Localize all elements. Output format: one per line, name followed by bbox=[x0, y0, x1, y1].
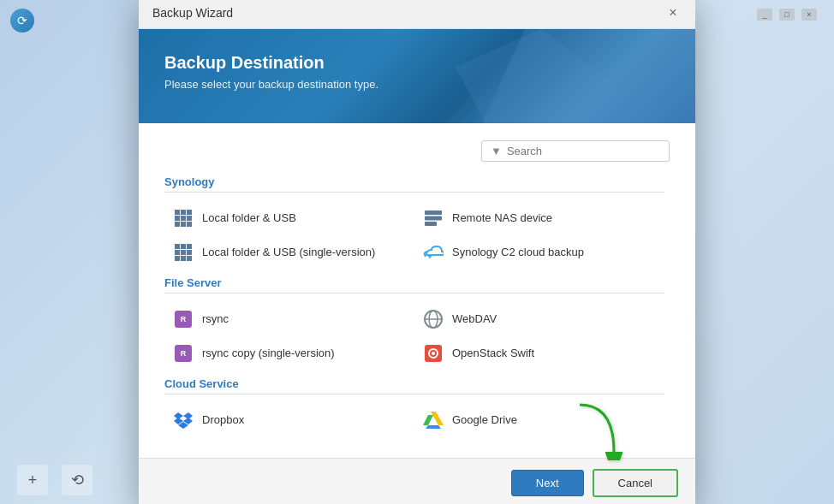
dest-item-google-drive[interactable]: Google Drive bbox=[414, 403, 664, 437]
svg-rect-8 bbox=[187, 222, 192, 227]
add-icon: + bbox=[28, 471, 38, 489]
svg-point-25 bbox=[432, 352, 435, 355]
svg-rect-11 bbox=[425, 222, 437, 226]
remote-nas-icon bbox=[423, 208, 444, 228]
svg-rect-14 bbox=[187, 244, 192, 249]
svg-rect-20 bbox=[187, 256, 192, 261]
section-divider-cloud-service bbox=[164, 394, 664, 394]
local-folder-usb-label: Local folder & USB bbox=[202, 211, 296, 224]
svg-rect-12 bbox=[175, 244, 180, 249]
rsync-icon-box: R bbox=[175, 311, 192, 328]
history-icon: ⟲ bbox=[71, 471, 84, 489]
svg-rect-5 bbox=[187, 216, 192, 221]
file-server-items-grid: R rsync W bbox=[164, 302, 664, 371]
webdav-icon bbox=[423, 309, 444, 329]
dest-item-local-folder-usb-single[interactable]: Local folder & USB (single-version) bbox=[164, 235, 414, 270]
svg-rect-3 bbox=[175, 216, 180, 221]
search-container: ▼ bbox=[164, 140, 670, 162]
local-folder-usb-single-label: Local folder & USB (single-version) bbox=[202, 246, 375, 258]
svg-rect-2 bbox=[187, 210, 192, 215]
dialog-titlebar: Backup Wizard × bbox=[139, 0, 695, 29]
destinations-list: Synology bbox=[164, 175, 670, 441]
synology-items-grid: Local folder & USB Remote NAS device bbox=[164, 201, 664, 270]
dialog-header-subtitle: Please select your backup destination ty… bbox=[164, 78, 670, 91]
dest-item-local-folder-usb[interactable]: Local folder & USB bbox=[164, 201, 414, 235]
close-control[interactable]: × bbox=[801, 9, 817, 21]
local-folder-usb-icon bbox=[173, 208, 194, 228]
svg-marker-32 bbox=[423, 415, 433, 425]
section-label-file-server: File Server bbox=[164, 276, 664, 289]
maximize-control[interactable]: □ bbox=[779, 9, 795, 21]
svg-rect-10 bbox=[425, 216, 442, 220]
section-divider-synology bbox=[164, 192, 664, 193]
window-controls: _ □ × bbox=[757, 9, 817, 21]
rsync-icon: R bbox=[173, 309, 194, 329]
rsync-label: rsync bbox=[202, 312, 229, 325]
search-box: ▼ bbox=[481, 140, 670, 162]
dest-item-rsync-copy[interactable]: R rsync copy (single-version) bbox=[164, 336, 414, 371]
rsync-copy-label: rsync copy (single-version) bbox=[202, 347, 335, 359]
cloud-service-items-grid: Dropbox Google Drive bbox=[164, 403, 664, 437]
svg-rect-1 bbox=[181, 210, 186, 215]
svg-rect-19 bbox=[181, 256, 186, 261]
google-drive-icon bbox=[423, 410, 444, 430]
svg-rect-17 bbox=[187, 250, 192, 255]
dest-item-openstack[interactable]: OpenStack Swift bbox=[414, 336, 664, 371]
section-label-synology: Synology bbox=[164, 175, 664, 188]
svg-marker-33 bbox=[426, 425, 441, 429]
dialog-footer: Next Cancel bbox=[139, 458, 695, 505]
google-drive-label: Google Drive bbox=[452, 413, 517, 426]
search-filter-icon: ▼ bbox=[491, 145, 502, 157]
openstack-label: OpenStack Swift bbox=[452, 347, 534, 359]
synology-c2-icon bbox=[423, 242, 444, 263]
dest-item-synology-c2[interactable]: Synology C2 cloud backup bbox=[414, 235, 664, 270]
history-taskbar-button[interactable]: ⟲ bbox=[62, 465, 92, 495]
backup-wizard-dialog: Backup Wizard × Backup Destination Pleas… bbox=[139, 0, 695, 504]
cancel-button[interactable]: Cancel bbox=[593, 469, 678, 497]
dest-item-webdav[interactable]: WebDAV bbox=[414, 302, 664, 336]
add-taskbar-button[interactable]: + bbox=[17, 465, 48, 495]
section-label-cloud-service: Cloud Service bbox=[164, 377, 664, 390]
svg-rect-7 bbox=[181, 222, 186, 227]
svg-rect-13 bbox=[181, 244, 186, 249]
rsync-copy-icon: R bbox=[173, 343, 194, 364]
search-input[interactable] bbox=[507, 145, 660, 157]
minimize-control[interactable]: _ bbox=[757, 9, 772, 21]
desktop: ⟳ _ □ × Backup Wizard × Backup Destinati… bbox=[0, 0, 834, 504]
app-icon: ⟳ bbox=[10, 9, 34, 33]
svg-rect-0 bbox=[175, 210, 180, 215]
remote-nas-label: Remote NAS device bbox=[452, 211, 552, 224]
section-divider-file-server bbox=[164, 293, 664, 294]
rsync-copy-icon-box: R bbox=[175, 345, 192, 362]
dialog-close-button[interactable]: × bbox=[664, 4, 682, 21]
destinations-inner: Synology bbox=[164, 175, 670, 437]
dialog-body: ▼ Synology bbox=[139, 123, 695, 458]
svg-rect-9 bbox=[425, 210, 442, 215]
app-icon-circle: ⟳ bbox=[10, 9, 34, 33]
dropbox-icon bbox=[173, 410, 194, 430]
webdav-label: WebDAV bbox=[452, 312, 497, 325]
taskbar: + ⟲ bbox=[17, 465, 92, 495]
dialog-header-title: Backup Destination bbox=[164, 53, 670, 73]
svg-rect-16 bbox=[181, 250, 186, 255]
dialog-title: Backup Wizard bbox=[152, 6, 233, 20]
openstack-icon-box bbox=[425, 345, 442, 362]
synology-c2-label: Synology C2 cloud backup bbox=[452, 246, 584, 258]
local-folder-usb-single-icon bbox=[173, 242, 194, 263]
app-icon-glyph: ⟳ bbox=[17, 14, 27, 27]
svg-rect-18 bbox=[175, 256, 180, 261]
openstack-icon bbox=[423, 343, 444, 364]
svg-marker-31 bbox=[431, 412, 444, 425]
svg-rect-15 bbox=[175, 250, 180, 255]
next-button[interactable]: Next bbox=[511, 470, 584, 496]
svg-rect-6 bbox=[175, 222, 180, 227]
dialog-header-banner: Backup Destination Please select your ba… bbox=[139, 29, 695, 123]
dest-item-remote-nas[interactable]: Remote NAS device bbox=[414, 201, 664, 235]
svg-rect-4 bbox=[181, 216, 186, 221]
dest-item-dropbox[interactable]: Dropbox bbox=[164, 403, 414, 437]
dropbox-label: Dropbox bbox=[202, 413, 244, 426]
dest-item-rsync[interactable]: R rsync bbox=[164, 302, 414, 336]
